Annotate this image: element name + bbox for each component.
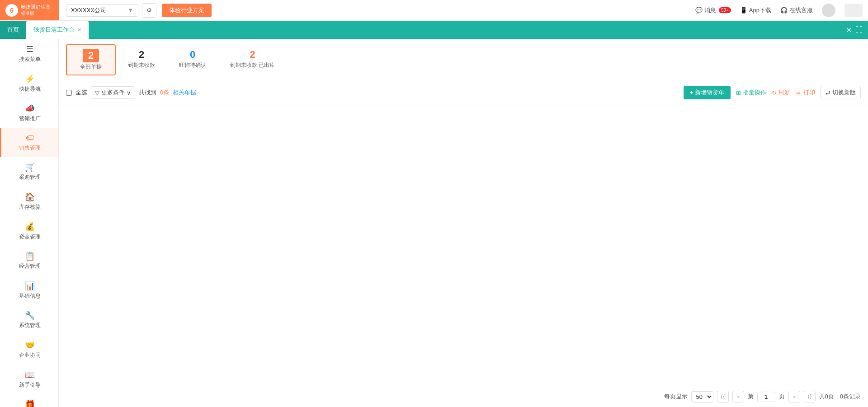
- sidebar-label-guide: 新手引导: [19, 382, 41, 389]
- user-info-area[interactable]: [844, 4, 863, 17]
- stat-number-overdue-unshipped: 2: [250, 49, 255, 61]
- page-suffix: 页: [779, 393, 785, 401]
- header-right: 💬 消息 99+ 📱 App下载 🎧 在线客服: [695, 4, 863, 17]
- select-all-checkbox[interactable]: [66, 90, 72, 96]
- related-orders-link[interactable]: 相关单据: [173, 89, 196, 97]
- stat-number-all: 2: [83, 49, 99, 62]
- filter-label: 更多条件: [101, 89, 125, 97]
- page-input[interactable]: [757, 392, 775, 402]
- sidebar-label-cooperation: 企业协同: [19, 352, 41, 359]
- sidebar-item-sales[interactable]: 🏷 销售管理: [0, 128, 58, 157]
- sidebar-item-app-center[interactable]: 🎁 应用中心: [0, 394, 58, 407]
- cooperation-icon: 🤝: [25, 340, 35, 350]
- sidebar-item-cooperation[interactable]: 🤝 企业协同: [0, 335, 58, 365]
- purchase-icon: 🛒: [25, 162, 35, 172]
- gear-icon: ⚙: [146, 7, 152, 14]
- stat-tab-overdue[interactable]: 2 到期未收款: [116, 44, 167, 75]
- batch-operation-button[interactable]: ⊞ 批量操作: [736, 89, 766, 97]
- sidebar-item-system[interactable]: 🔧 系统管理: [0, 305, 58, 335]
- select-all-label: 全选: [75, 89, 87, 97]
- content-area: 2 全部单据 2 到期未收款 0 旺辅待确认 2 到期未收款 已出库: [59, 39, 868, 407]
- print-icon: 🖨: [796, 89, 802, 96]
- stat-tab-overdue-unshipped[interactable]: 2 到期未收款 已出库: [218, 44, 287, 75]
- stats-tabs: 2 全部单据 2 到期未收款 0 旺辅待确认 2 到期未收款 已出库: [59, 39, 868, 81]
- refresh-label: 刷新: [778, 89, 790, 97]
- stat-label-pending: 旺辅待确认: [179, 61, 206, 69]
- refresh-button[interactable]: ↻ 刷新: [772, 89, 790, 97]
- marketing-icon: 📣: [25, 103, 35, 113]
- tab-bar-right: ✕ ⛶: [846, 26, 868, 34]
- message-badge: 99+: [719, 7, 731, 13]
- stat-label-overdue-unshipped: 到期未收款 已出库: [230, 61, 275, 69]
- pagination: 每页显示 50 ⟨⟨ ＜ 第 页 ＞ ⟩⟩ 共0页，0条记录: [59, 386, 868, 407]
- tab-minimize-icon[interactable]: ✕: [846, 26, 852, 34]
- search-menu-icon: ☰: [26, 44, 33, 54]
- print-label: 打印: [803, 89, 815, 97]
- found-prefix: 共找到: [139, 89, 156, 97]
- company-selector[interactable]: XXXXXX公司 ▼: [66, 4, 138, 17]
- found-count: 0条: [160, 89, 169, 97]
- sidebar-item-quick-nav[interactable]: ⚡ 快捷导航: [0, 69, 58, 98]
- page-last-button[interactable]: ⟩⟩: [804, 391, 816, 402]
- filter-button[interactable]: ▽ 更多条件 ∨: [91, 86, 135, 99]
- stat-tab-all[interactable]: 2 全部单据: [66, 44, 116, 75]
- new-order-button[interactable]: + 新增销货单: [684, 86, 731, 99]
- switch-version-button[interactable]: ⇄ 切换新版: [821, 86, 861, 99]
- sidebar-label-inventory: 库存核算: [19, 204, 41, 211]
- page-prev-button[interactable]: ＜: [732, 391, 744, 402]
- page-first-button[interactable]: ⟨⟨: [717, 391, 729, 402]
- sidebar-item-base-info[interactable]: 📊 基础信息: [0, 276, 58, 305]
- sidebar-label-operation: 经营管理: [19, 263, 41, 270]
- tab-close-icon[interactable]: ✕: [77, 27, 81, 33]
- sidebar-label-marketing: 营销推广: [19, 115, 41, 122]
- tab-home-label: 首页: [7, 26, 19, 34]
- total-info: 共0页，0条记录: [819, 393, 861, 401]
- app-download-item[interactable]: 📱 App下载: [740, 6, 771, 14]
- sidebar-label-purchase: 采购管理: [19, 174, 41, 181]
- quick-nav-icon: ⚡: [25, 74, 35, 84]
- app-download-label: App下载: [749, 6, 771, 14]
- sidebar-label-base-info: 基础信息: [19, 293, 41, 300]
- page-next-button[interactable]: ＞: [788, 391, 800, 402]
- message-item[interactable]: 💬 消息 99+: [695, 6, 731, 14]
- finance-icon: 💰: [25, 222, 35, 232]
- inventory-icon: 🏠: [25, 192, 35, 202]
- refresh-icon: ↻: [772, 89, 777, 96]
- trial-button[interactable]: 体验行业方案: [162, 4, 212, 17]
- message-icon: 💬: [695, 7, 703, 14]
- stat-tab-pending[interactable]: 0 旺辅待确认: [167, 44, 218, 75]
- switch-icon: ⇄: [826, 89, 830, 96]
- logo-text: 畅捷通好生意 标准版: [21, 4, 51, 16]
- empty-table-area: [59, 104, 868, 386]
- sidebar-item-finance[interactable]: 💰 资金管理: [0, 216, 58, 246]
- settings-button[interactable]: ⚙: [142, 3, 156, 18]
- top-header: 6 畅捷通好生意 标准版 XXXXXX公司 ▼ ⚙ 体验行业方案 💬 消息 99…: [0, 0, 868, 21]
- sidebar-item-inventory[interactable]: 🏠 库存核算: [0, 187, 58, 216]
- operation-icon: 📋: [25, 251, 35, 261]
- filter-icon: ▽: [95, 89, 99, 96]
- sidebar-item-purchase[interactable]: 🛒 采购管理: [0, 157, 58, 187]
- page-size-select[interactable]: 50: [691, 391, 713, 402]
- avatar[interactable]: [822, 4, 835, 17]
- main-layout: ☰ 搜索菜单 ⚡ 快捷导航 📣 营销推广 🏷 销售管理 🛒 采购管理 🏠 库存核…: [0, 39, 868, 407]
- sidebar-item-guide[interactable]: 📖 新手引导: [0, 365, 58, 394]
- batch-icon: ⊞: [736, 89, 741, 96]
- sidebar-item-marketing[interactable]: 📣 营销推广: [0, 98, 58, 128]
- stat-number-pending: 0: [190, 49, 195, 61]
- online-service-label: 在线客服: [789, 6, 813, 14]
- sidebar-item-operation[interactable]: 📋 经营管理: [0, 246, 58, 276]
- tab-bar: 首页 钱货日清工作台 ✕ ✕ ⛶: [0, 21, 868, 39]
- tab-work-bench[interactable]: 钱货日清工作台 ✕: [26, 21, 89, 39]
- sidebar-label-sales: 销售管理: [19, 145, 41, 152]
- sidebar-item-search-menu[interactable]: ☰ 搜索菜单: [0, 39, 58, 69]
- stat-label-all: 全部单据: [80, 63, 102, 71]
- online-service-item[interactable]: 🎧 在线客服: [780, 6, 813, 14]
- tab-maximize-icon[interactable]: ⛶: [855, 26, 863, 34]
- download-icon: 📱: [740, 7, 747, 14]
- print-button[interactable]: 🖨 打印: [796, 89, 815, 97]
- service-icon: 🎧: [780, 7, 788, 14]
- tab-home[interactable]: 首页: [0, 21, 26, 39]
- system-icon: 🔧: [25, 310, 35, 320]
- sidebar-label-quick-nav: 快捷导航: [19, 86, 41, 93]
- page-prefix: 第: [748, 393, 754, 401]
